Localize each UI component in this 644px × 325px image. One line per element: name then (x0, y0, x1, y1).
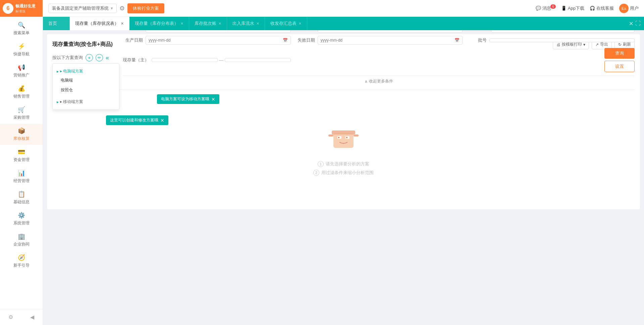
scheme-panel: ▸ ▸ 电脑端方案 电脑端 按照仓 ▸ ▸ 移动端方案 (52, 63, 119, 110)
size-input[interactable]: ▾ (146, 30, 291, 33)
logo-icon: 6 (3, 3, 13, 14)
filter-label: 按以下方案查询 (52, 55, 83, 61)
tab-inventory-status[interactable]: 现存量（库存状况表） ✕ (70, 17, 129, 30)
sidebar-item-enterprise[interactable]: 🏢 企业协同 (0, 229, 43, 251)
tab-batch[interactable]: 库存批次账 ✕ (189, 17, 227, 30)
system-selector[interactable]: 装备及固定资产辅助管理系统 ▾ (48, 4, 117, 13)
filter-edit-btn[interactable]: ✏ (96, 54, 103, 61)
tab-close-all-icon[interactable]: ✕ (629, 20, 633, 27)
prod-date-field[interactable] (149, 38, 283, 43)
filter-inventory-qty: 现存量（主） — (123, 57, 291, 63)
scheme-mobile-header[interactable]: ▸ ▸ 移动端方案 (53, 98, 119, 106)
filter-back-btn[interactable]: « (106, 54, 109, 61)
tab-batch-label: 库存批次账 (195, 20, 216, 26)
online-support-btn[interactable]: 🎧 在线客服 (590, 5, 614, 11)
sales-icon: 💰 (18, 85, 25, 92)
prod-date-input[interactable]: 📅 (146, 36, 291, 45)
sidebar-item-quicknav[interactable]: ⚡ 快捷导航 (0, 39, 43, 60)
tab-home[interactable]: 首页 (43, 17, 70, 30)
sidebar-item-basicinfo[interactable]: 📋 基础信息 (0, 187, 43, 208)
empty-icon (327, 119, 360, 153)
inventory-qty-min[interactable] (152, 58, 218, 62)
tooltip1-close[interactable]: ✕ (211, 97, 215, 102)
inventory-qty-max[interactable] (225, 58, 291, 62)
batch-input[interactable] (489, 38, 635, 42)
reset-btn[interactable]: 设置 (604, 61, 635, 72)
sidebar-item-operations-label: 经营管理 (13, 178, 30, 184)
tab-inout-flow-label: 出入库流水 (232, 20, 254, 26)
sidebar-item-marketing[interactable]: 📢 营销推广 (0, 60, 43, 82)
inv-status-dropdown-icon: ▾ (630, 30, 632, 31)
tab-close-icon[interactable]: ✕ (121, 21, 124, 26)
sidebar-item-guide[interactable]: 🧭 新手引导 (0, 251, 43, 272)
finance-icon: 💳 (18, 148, 25, 156)
empty-step-1: 1 请先选择要分析的方案 (318, 161, 369, 167)
chevron-up-icon: ∧ (365, 79, 368, 84)
sidebar: 6 畅通好生意 标准版 🔍 搜索菜单 ⚡ 快捷导航 📢 营销推广 💰 销售管理 … (0, 0, 43, 325)
scheme-item-pc2[interactable]: 按照仓 (53, 85, 119, 95)
scheme-item-pc1[interactable]: 电脑端 (53, 75, 119, 85)
tab-inventory-dist[interactable]: 现存量（库存分布表） ✕ (129, 17, 189, 30)
step-num-1: 1 (318, 161, 324, 167)
dropdown-arrow-icon: ▾ (111, 6, 113, 11)
tab-close-icon-2[interactable]: ✕ (180, 21, 183, 26)
notification-btn[interactable]: 💬 消息 6 (536, 5, 556, 11)
tab-close-icon-4[interactable]: ✕ (256, 21, 259, 26)
empty-step-2: 2 用过滤条件来缩小分析范围 (313, 170, 374, 176)
tab-fullscreen-icon[interactable]: ⛶ (635, 20, 641, 26)
calendar-icon-1[interactable]: 📅 (283, 38, 288, 43)
guide-icon: 🧭 (18, 254, 25, 261)
tooltip1-text: 电脑方案可设为移动方案哦 (161, 96, 209, 102)
sidebar-item-purchase[interactable]: 🛒 采购管理 (0, 103, 43, 124)
tab-inventory-dist-label: 现存量（库存分布表） (135, 20, 178, 26)
tooltip2-close[interactable]: ✕ (160, 118, 164, 123)
notification-badge: 6 (550, 4, 556, 9)
sidebar-settings-btn[interactable]: ⚙ (6, 313, 16, 322)
sidebar-item-basicinfo-label: 基础信息 (13, 199, 30, 205)
industry-btn[interactable]: 体验行业方案 (127, 3, 164, 13)
app-download-label: App下载 (568, 5, 584, 11)
inventory-status-input[interactable]: ▾ (491, 30, 635, 33)
sidebar-item-system[interactable]: ⚙️ 系统管理 (0, 208, 43, 229)
sidebar-item-search-label: 搜索菜单 (13, 30, 30, 36)
tab-collection-label: 收发存汇总表 (270, 20, 297, 26)
user-menu[interactable]: Ea 用户 (619, 4, 639, 13)
sidebar-item-search[interactable]: 🔍 搜索菜单 (0, 18, 43, 39)
origin-input[interactable]: ▾ (318, 30, 463, 33)
exp-date-field[interactable] (321, 38, 455, 43)
filter-add-btn[interactable]: + (86, 54, 93, 61)
logo-title: 畅通好生意 (15, 3, 36, 9)
svg-point-6 (338, 137, 339, 138)
sidebar-item-sales[interactable]: 💰 销售管理 (0, 82, 43, 103)
online-support-label: 在线客服 (596, 5, 614, 11)
filter-origin: 产地 ▾ (295, 30, 463, 33)
sidebar-item-inventory[interactable]: 📦 库存核算 (0, 124, 43, 145)
topbar-settings-icon[interactable]: ⚙ (119, 5, 125, 12)
inventory-qty-label: 现存量（主） (123, 57, 149, 63)
sidebar-collapse-btn[interactable]: ◀ (28, 313, 37, 322)
purchase-icon: 🛒 (18, 106, 25, 113)
tab-close-icon-5[interactable]: ✕ (299, 21, 302, 26)
filter-section: 按以下方案查询 + ✏ « ▸ ▸ 电脑端方案 电脑端 按照仓 ▸ (52, 54, 635, 87)
tab-close-icon-3[interactable]: ✕ (218, 21, 221, 26)
search-btn[interactable]: 查询 (604, 48, 635, 59)
sidebar-item-enterprise-label: 企业协同 (13, 241, 30, 247)
scheme-pc-header[interactable]: ▸ ▸ 电脑端方案 (53, 67, 119, 75)
tab-collection[interactable]: 收发存汇总表 ✕ (265, 17, 307, 30)
tab-inout-flow[interactable]: 出入库流水 ✕ (227, 17, 265, 30)
sidebar-navigation: 🔍 搜索菜单 ⚡ 快捷导航 📢 营销推广 💰 销售管理 🛒 采购管理 📦 库存核… (0, 17, 43, 309)
exp-date-input[interactable]: 📅 (318, 36, 463, 45)
notification-label: 消息 (542, 5, 551, 11)
sidebar-item-purchase-label: 采购管理 (13, 115, 30, 120)
collapse-btn[interactable]: ∧ 收起更多条件 (123, 75, 635, 87)
tooltip2-text: 这里可以创建和修改方案哦 (110, 117, 158, 123)
empty-illustration (327, 119, 360, 153)
size-dropdown-icon: ▾ (286, 30, 288, 31)
tabbar: 首页 现存量（库存状况表） ✕ 现存量（库存分布表） ✕ 库存批次账 ✕ 出入库… (43, 17, 644, 30)
sidebar-item-finance[interactable]: 💳 资金管理 (0, 145, 43, 166)
calendar-icon-2[interactable]: 📅 (454, 38, 460, 43)
sidebar-bottom: ⚙ ◀ (0, 309, 43, 325)
range-separator: — (219, 58, 223, 63)
sidebar-item-operations[interactable]: 📊 经营管理 (0, 166, 43, 187)
app-download-btn[interactable]: 📱 App下载 (561, 5, 584, 11)
